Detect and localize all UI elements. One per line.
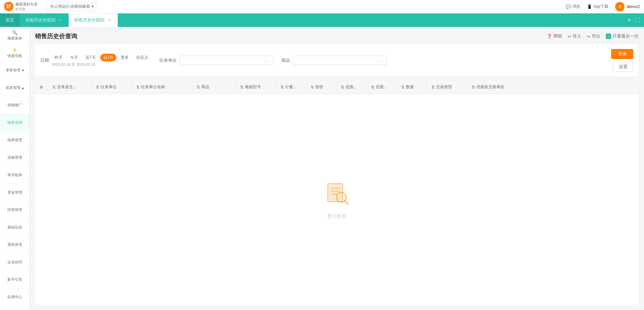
th-unit-code[interactable]: ⇅ 往来单位 [92,82,132,93]
sidebar-purchase-label: 采购管理 [7,155,22,160]
goods-dots: ... [377,57,384,63]
latest-checkbox-icon: ✓ [606,34,611,39]
help-button[interactable]: ❓ 帮助 [547,33,562,39]
sort-icon: ⇅ [280,85,284,90]
date-btn-today[interactable]: 今天 [67,54,81,61]
th-discount1[interactable]: ⇅ 优惠... [337,82,367,93]
sidebar-retail-label: 零售管理 [6,68,20,73]
company-dropdown[interactable]: 办公用品行业模拟账套 ▾ [47,2,97,11]
sidebar-search-label: 搜索菜单 [7,36,22,41]
user-area[interactable]: d demo2 [615,2,640,11]
import-button[interactable]: ↩ 导入 [568,33,581,39]
goods-input[interactable]: ... [293,56,387,65]
sidebar-item-retail[interactable]: 零售管理 ▾ [0,62,29,79]
th-goods-label: 商品 [201,84,209,90]
sidebar-item-system[interactable]: 系统管理 [0,236,29,254]
main-layout: 🔍 搜索菜单 ⚡ 快捷导航 零售管理 ▾ 批发管理 ▴ 营销推广 销售管理 电商… [0,27,644,310]
th-gear[interactable]: ⚙ [35,82,48,92]
sort-icon: ⇅ [311,85,314,90]
date-btn-more[interactable]: 更多 [118,54,132,61]
th-price[interactable]: ⇅ 报价 [307,82,337,93]
sort-icon: ⇅ [431,85,435,90]
tab-sales-close[interactable]: × [107,17,112,23]
th-trade-type[interactable]: ⇅ 交易类型 [427,82,468,93]
settings-button[interactable]: 设置 [613,62,633,72]
export-icon: ↪ [587,34,590,39]
date-btn-yesterday[interactable]: 昨天 [52,54,66,61]
sidebar-guide-label: 新手引导 [7,277,22,282]
sidebar-item-sales[interactable]: 销售管理 [0,114,29,132]
content-area: 销售历史价查询 ❓ 帮助 ↩ 导入 ↪ 导出 ✓ 只 [30,27,644,310]
tab-home[interactable]: 首页 [0,13,20,27]
tab-purchase-history[interactable]: 采购历史价跟踪 × [20,13,69,27]
sidebar-item-finance[interactable]: 资金管理 [0,184,29,201]
sidebar-item-marketing[interactable]: 营销推广 [0,97,29,114]
export-button[interactable]: ↪ 导出 [587,33,600,39]
company-name: 办公用品行业模拟账套 [50,4,90,9]
tab-sales-history[interactable]: 销售历史价跟踪 × [69,13,118,27]
page-title: 销售历史价查询 [35,32,77,40]
sidebar-item-basic[interactable]: 基础信息 [0,219,29,236]
sidebar-wholesale-label: 批发管理 [6,85,20,90]
th-biz-date[interactable]: ⇅ 业务发生... [48,82,92,93]
empty-icon [322,179,352,209]
tab-purchase-label: 采购历史价跟踪 [25,17,56,23]
logo-icon: 好 [4,2,13,11]
query-button[interactable]: 查询 [611,49,633,59]
expand-tab-action[interactable]: ⛶ [635,17,640,23]
th-pretax-price[interactable]: ⇅ 优惠前无税单价 [468,82,639,93]
empty-state: 暂元数据 [35,94,639,305]
chevron-down-icon: ▾ [92,4,94,9]
th-price-label: 报价 [315,84,323,90]
tab-purchase-close[interactable]: × [58,17,63,23]
sort-icon: ⇅ [341,85,344,90]
gear-icon: ⚙ [40,85,43,90]
sidebar-item-appcenter[interactable]: 应用中心 [0,289,29,306]
th-unit-code-label: 往来单位 [101,84,117,90]
sidebar-item-inventory[interactable]: 库存核算 [0,166,29,184]
tab-sales-label: 销售历史价跟踪 [74,17,105,23]
sidebar-item-wholesale[interactable]: 批发管理 ▴ [0,79,29,97]
th-biz-date-label: 业务发生... [57,84,76,90]
sidebar-inventory-label: 库存核算 [7,172,22,177]
latest-only-checkbox[interactable]: ✓ 只看最后一次 [606,33,639,39]
close-tab-action[interactable]: ✕ [627,17,631,23]
filter-row: 日期 昨天 今天 近7天 近1月 更多 自定义 2023-02-18 至 202… [40,49,633,72]
date-btn-custom[interactable]: 自定义 [133,54,151,61]
th-spec-label: 规格型号 [245,84,261,90]
sidebar-marketing-label: 营销推广 [7,103,22,108]
th-discount2-label: 优惠... [376,84,387,90]
empty-text: 暂元数据 [327,213,346,219]
sidebar-item-guide[interactable]: 新手引导 [0,271,29,289]
sidebar-item-wechat[interactable]: 企业微信 [0,306,29,310]
import-label: 导入 [573,33,581,39]
svg-point-6 [340,196,342,198]
logo-text: 畅捷通好生意 [15,2,38,6]
sidebar: 🔍 搜索菜单 ⚡ 快捷导航 零售管理 ▾ 批发管理 ▴ 营销推广 销售管理 电商… [0,27,30,310]
th-discount2[interactable]: ⇅ 优惠... [367,82,397,93]
date-btn-1month[interactable]: 近1月 [100,54,117,61]
supplier-input[interactable]: ... [179,56,273,65]
help-label: 帮助 [553,33,562,39]
date-btn-7days[interactable]: 近7天 [83,54,99,61]
avatar: d [615,2,625,11]
sidebar-item-operations[interactable]: 经营管理 [0,201,29,219]
th-spec[interactable]: ⇅ 规格型号 [236,82,276,93]
sidebar-item-enterprise[interactable]: 企业协同 [0,254,29,271]
top-bar: 好 畅捷通好生意 标准版 办公用品行业模拟账套 ▾ 💬 消息 📱 App下载 d… [0,0,644,13]
top-bar-right: 💬 消息 📱 App下载 d demo2 [566,2,640,11]
th-qty[interactable]: ⇅ 数量 [397,82,427,93]
sidebar-item-purchase[interactable]: 采购管理 [0,149,29,166]
sidebar-item-ecommerce[interactable]: 电商管理 [0,132,29,149]
quicknav-icon: ⚡ [12,47,17,53]
sort-icon: ⇅ [96,85,99,90]
goods-label: 商品 [281,57,290,63]
sidebar-item-quicknav[interactable]: ⚡ 快捷导航 [0,44,29,62]
th-unit-name[interactable]: ⇅ 往来单位名称 [132,82,193,93]
sidebar-item-search[interactable]: 🔍 搜索菜单 [0,27,29,44]
message-button[interactable]: 💬 消息 [566,4,580,9]
th-goods[interactable]: ⇅ 商品 [193,82,236,93]
export-label: 导出 [592,33,600,39]
app-download-button[interactable]: 📱 App下载 [587,4,608,9]
th-unit[interactable]: ⇅ 计量... [276,82,307,93]
